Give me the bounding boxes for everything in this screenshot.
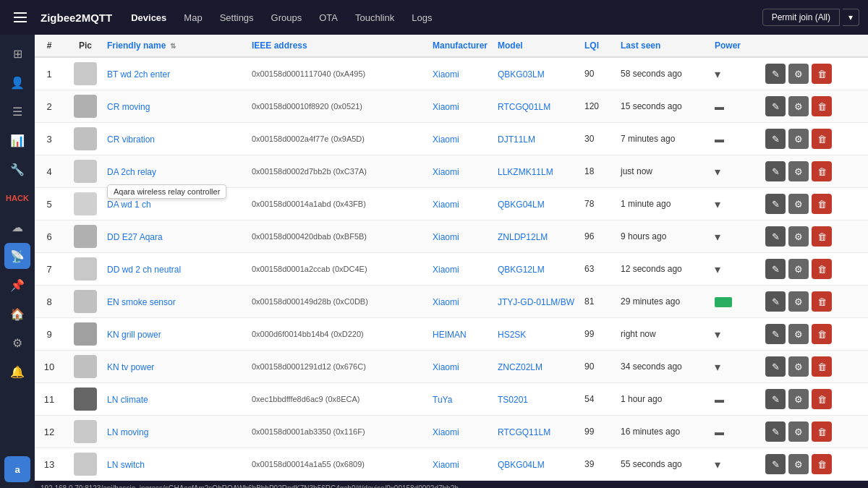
ieee-sort-link[interactable]: IEEE address <box>252 40 307 51</box>
edit-button[interactable]: ✎ <box>765 194 786 214</box>
sidebar-icon-grid[interactable]: ⊞ <box>4 40 30 67</box>
permit-join-dropdown-button[interactable]: ▾ <box>843 9 859 26</box>
nav-ota[interactable]: OTA <box>312 9 345 26</box>
model-link[interactable]: QBKG04LM <box>498 200 545 210</box>
delete-button[interactable]: 🗑 <box>812 161 832 181</box>
model-link[interactable]: QBKG04LM <box>498 460 545 470</box>
model-link[interactable]: QBKG03LM <box>498 69 545 80</box>
sidebar-icon-list[interactable]: ☰ <box>4 98 30 124</box>
model-link[interactable]: RTCGQ11LM <box>498 427 550 437</box>
config-button[interactable]: ⚙ <box>788 64 809 84</box>
model-link[interactable]: LLKZMK11LM <box>498 167 553 177</box>
device-name-link[interactable]: LN switch <box>107 460 145 470</box>
model-link[interactable]: QBKG12LM <box>498 265 545 275</box>
config-button[interactable]: ⚙ <box>788 389 809 409</box>
delete-button[interactable]: 🗑 <box>812 454 832 474</box>
manufacturer-link[interactable]: Xiaomi <box>433 232 459 242</box>
config-button[interactable]: ⚙ <box>788 161 809 181</box>
edit-button[interactable]: ✎ <box>765 291 786 312</box>
config-button[interactable]: ⚙ <box>788 96 809 116</box>
lastseen-sort-link[interactable]: Last seen <box>621 40 660 51</box>
edit-button[interactable]: ✎ <box>765 454 786 474</box>
config-button[interactable]: ⚙ <box>788 129 809 149</box>
permit-join-button[interactable]: Permit join (All) <box>762 9 840 26</box>
sidebar-icon-devices[interactable]: 📡 <box>4 243 30 269</box>
manufacturer-link[interactable]: Xiaomi <box>433 297 459 307</box>
delete-button[interactable]: 🗑 <box>812 129 832 149</box>
model-link[interactable]: DJT11LM <box>498 134 535 145</box>
manufacturer-link[interactable]: TuYa <box>433 395 452 405</box>
edit-button[interactable]: ✎ <box>765 161 786 181</box>
manufacturer-link[interactable]: Xiaomi <box>433 427 459 437</box>
hamburger-button[interactable] <box>9 6 32 29</box>
device-name-link[interactable]: LN moving <box>107 427 148 437</box>
power-sort-link[interactable]: Power <box>715 40 741 51</box>
device-name-link[interactable]: KN grill power <box>107 330 161 340</box>
config-button[interactable]: ⚙ <box>788 194 809 214</box>
nav-groups[interactable]: Groups <box>264 9 310 26</box>
edit-button[interactable]: ✎ <box>765 64 786 84</box>
config-button[interactable]: ⚙ <box>788 454 809 474</box>
device-name-link[interactable]: DD wd 2 ch neutral <box>107 265 181 275</box>
nav-map[interactable]: Map <box>176 9 209 26</box>
device-name-link[interactable]: LN climate <box>107 395 148 405</box>
config-button[interactable]: ⚙ <box>788 324 809 344</box>
manufacturer-sort-link[interactable]: Manufacturer <box>433 40 488 51</box>
manufacturer-link[interactable]: Xiaomi <box>433 460 459 470</box>
manufacturer-link[interactable]: Xiaomi <box>433 134 459 145</box>
nav-touchlink[interactable]: Touchlink <box>348 9 401 26</box>
delete-button[interactable]: 🗑 <box>812 389 832 409</box>
edit-button[interactable]: ✎ <box>765 129 786 149</box>
config-button[interactable]: ⚙ <box>788 356 809 377</box>
model-link[interactable]: TS0201 <box>498 395 528 405</box>
sidebar-icon-hack[interactable]: HACK <box>4 185 30 211</box>
edit-button[interactable]: ✎ <box>765 259 786 279</box>
edit-button[interactable]: ✎ <box>765 96 786 116</box>
device-name-link[interactable]: DA 2ch relay <box>107 167 156 177</box>
manufacturer-link[interactable]: HEIMAN <box>433 330 467 340</box>
sidebar-icon-avatar[interactable]: a <box>4 456 30 482</box>
device-name-link[interactable]: KN tv power <box>107 362 154 372</box>
manufacturer-link[interactable]: Xiaomi <box>433 102 459 112</box>
manufacturer-link[interactable]: Xiaomi <box>433 69 459 80</box>
sidebar-icon-person[interactable]: 👤 <box>4 69 30 95</box>
config-button[interactable]: ⚙ <box>788 226 809 247</box>
delete-button[interactable]: 🗑 <box>812 226 832 247</box>
manufacturer-link[interactable]: Xiaomi <box>433 200 459 210</box>
sidebar-icon-settings[interactable]: ⚙ <box>4 330 30 356</box>
manufacturer-link[interactable]: Xiaomi <box>433 167 459 177</box>
sidebar-icon-wrench[interactable]: 🔧 <box>4 156 30 182</box>
nav-settings[interactable]: Settings <box>213 9 261 26</box>
lqi-sort-link[interactable]: LQI <box>584 40 599 51</box>
sidebar-icon-chart[interactable]: 📊 <box>4 127 30 153</box>
config-button[interactable]: ⚙ <box>788 259 809 279</box>
delete-button[interactable]: 🗑 <box>812 324 832 344</box>
friendly-name-sort-link[interactable]: Friendly name <box>107 40 166 51</box>
edit-button[interactable]: ✎ <box>765 421 786 442</box>
sidebar-icon-bell[interactable]: 🔔 <box>4 359 30 385</box>
manufacturer-link[interactable]: Xiaomi <box>433 265 459 275</box>
col-header-name[interactable]: Friendly name ⇅ <box>107 40 252 51</box>
edit-button[interactable]: ✎ <box>765 324 786 344</box>
edit-button[interactable]: ✎ <box>765 226 786 247</box>
device-name-link[interactable]: EN smoke sensor <box>107 297 176 307</box>
device-name-link[interactable]: BT wd 2ch enter <box>107 69 170 80</box>
config-button[interactable]: ⚙ <box>788 291 809 312</box>
nav-logs[interactable]: Logs <box>404 9 439 26</box>
delete-button[interactable]: 🗑 <box>812 194 832 214</box>
sidebar-icon-cloud[interactable]: ☁ <box>4 214 30 240</box>
delete-button[interactable]: 🗑 <box>812 259 832 279</box>
nav-devices[interactable]: Devices <box>124 9 174 26</box>
model-link[interactable]: RTCGQ01LM <box>498 102 550 112</box>
device-name-link[interactable]: CR moving <box>107 102 150 112</box>
model-link[interactable]: ZNCZ02LM <box>498 362 542 372</box>
config-button[interactable]: ⚙ <box>788 421 809 442</box>
device-name-link[interactable]: DD E27 Aqara <box>107 232 163 242</box>
model-link[interactable]: HS2SK <box>498 330 526 340</box>
delete-button[interactable]: 🗑 <box>812 96 832 116</box>
manufacturer-link[interactable]: Xiaomi <box>433 362 459 372</box>
delete-button[interactable]: 🗑 <box>812 356 832 377</box>
device-name-link[interactable]: DA wd 1 ch <box>107 200 151 210</box>
delete-button[interactable]: 🗑 <box>812 291 832 312</box>
model-link[interactable]: ZNLDP12LM <box>498 232 548 242</box>
